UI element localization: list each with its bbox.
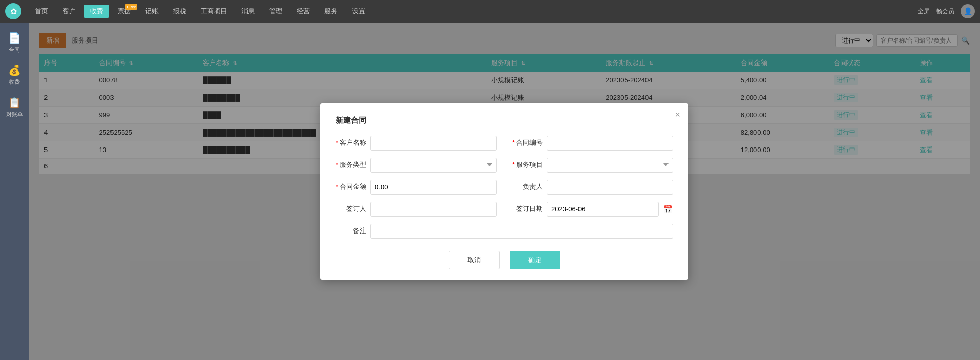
label-responsible: 负责人 <box>512 182 543 192</box>
nav-operation[interactable]: 经营 <box>291 5 316 18</box>
cancel-button[interactable]: 取消 <box>449 251 500 269</box>
form-row-service-type: 服务类型 <box>336 158 497 173</box>
sidebar-item-contract[interactable]: 📄 合同 <box>2 28 27 58</box>
avatar[interactable]: 👤 <box>961 4 975 18</box>
fullscreen-label[interactable]: 全屏 <box>918 7 930 16</box>
vip-label[interactable]: 畅会员 <box>936 7 954 16</box>
form-grid: 客户名称 合同编号 服务类型 服务项目 <box>336 136 673 239</box>
nav-service[interactable]: 服务 <box>318 5 344 18</box>
select-service-item[interactable] <box>547 158 673 173</box>
form-row-remarks: 备注 <box>336 224 673 239</box>
confirm-button[interactable]: 确定 <box>510 251 560 269</box>
input-customer-name[interactable] <box>370 136 497 151</box>
input-contract-no[interactable] <box>547 136 673 151</box>
label-customer: 客户名称 <box>336 138 366 147</box>
sidebar-item-contract-label: 合同 <box>9 46 20 54</box>
form-row-customer: 客户名称 <box>336 136 497 151</box>
nav-manage[interactable]: 管理 <box>263 5 288 18</box>
input-remarks[interactable] <box>370 224 673 239</box>
form-row-contract-no: 合同编号 <box>512 136 673 151</box>
nav-settings[interactable]: 设置 <box>346 5 371 18</box>
nav-business[interactable]: 工商项目 <box>194 5 233 18</box>
new-badge: new <box>125 4 137 10</box>
reconciliation-icon: 📋 <box>8 96 21 109</box>
sidebar-item-billing[interactable]: 💰 收费 <box>2 60 27 90</box>
input-signer[interactable] <box>370 202 497 217</box>
sidebar: 📄 合同 💰 收费 📋 对账单 <box>0 23 29 360</box>
billing-icon: 💰 <box>8 64 21 76</box>
nav-ticket[interactable]: 票据 new <box>112 5 137 18</box>
contract-icon: 📄 <box>8 32 21 44</box>
new-contract-modal: × 新建合同 客户名称 合同编号 服务类型 <box>320 103 688 280</box>
input-contract-amount[interactable] <box>370 180 497 195</box>
label-contract-no: 合同编号 <box>512 138 543 147</box>
sidebar-item-reconciliation-label: 对账单 <box>6 111 23 118</box>
modal-overlay: × 新建合同 客户名称 合同编号 服务类型 <box>29 23 980 360</box>
nav-billing[interactable]: 收费 <box>84 5 109 18</box>
input-responsible[interactable] <box>547 180 673 195</box>
form-row-sign-date: 签订日期 📅 <box>512 202 673 217</box>
modal-footer: 取消 确定 <box>336 251 673 269</box>
form-row-service-item: 服务项目 <box>512 158 673 173</box>
form-row-responsible: 负责人 <box>512 180 673 195</box>
sidebar-item-billing-label: 收费 <box>9 78 20 86</box>
top-navigation: ✿ 首页 客户 收费 票据 new 记账 报税 工商项目 消息 管理 经营 服务… <box>0 0 980 23</box>
label-service-item: 服务项目 <box>512 160 543 170</box>
form-row-signer: 签订人 <box>336 202 497 217</box>
label-signer: 签订人 <box>336 204 366 214</box>
label-amount: 合同金额 <box>336 182 366 192</box>
modal-close-button[interactable]: × <box>675 110 680 120</box>
label-service-type: 服务类型 <box>336 160 366 170</box>
modal-title: 新建合同 <box>336 116 673 125</box>
label-sign-date: 签订日期 <box>512 204 543 214</box>
calendar-icon[interactable]: 📅 <box>663 204 673 214</box>
nav-home[interactable]: 首页 <box>29 5 54 18</box>
form-row-amount: 合同金额 <box>336 180 497 195</box>
nav-tax[interactable]: 报税 <box>167 5 192 18</box>
topnav-right: 全屏 畅会员 👤 <box>918 4 975 18</box>
nav-bookkeeping[interactable]: 记账 <box>139 5 165 18</box>
sidebar-item-reconciliation[interactable]: 📋 对账单 <box>2 92 27 122</box>
nav-customer[interactable]: 客户 <box>56 5 82 18</box>
content-area: 新增 服务项目 进行中 已完成 已终止 🔍 序号 合同编号 ⇅ <box>29 23 980 360</box>
label-remarks: 备注 <box>336 226 366 236</box>
app-logo: ✿ <box>5 3 21 19</box>
main-layout: 📄 合同 💰 收费 📋 对账单 新增 服务项目 进行中 已完成 已终止 🔍 <box>0 23 980 360</box>
nav-message[interactable]: 消息 <box>235 5 261 18</box>
input-sign-date[interactable] <box>547 202 659 217</box>
select-service-type[interactable] <box>370 158 497 173</box>
